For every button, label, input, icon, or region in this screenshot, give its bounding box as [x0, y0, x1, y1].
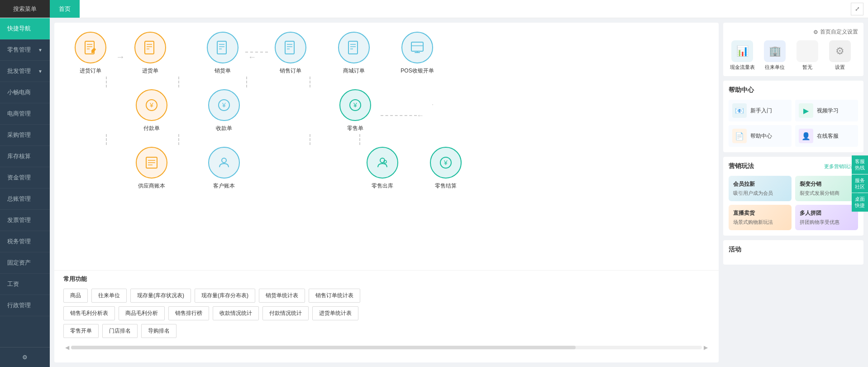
- scroll-left-arrow[interactable]: ◀: [63, 344, 71, 351]
- search-menu-button[interactable]: 搜索菜单: [0, 0, 50, 18]
- sidebar-item-2[interactable]: 批发管理▼: [0, 61, 50, 82]
- sidebar-item-12[interactable]: 工资: [0, 274, 50, 295]
- svg-text:¥: ¥: [353, 101, 357, 109]
- help-center: 帮助中心 📧 新手入门 ▶ 视频学习 📄 帮助中心 👤 在线客服: [723, 81, 863, 152]
- flow-node-xiaohuo[interactable]: 销货单: [200, 32, 245, 75]
- sidebar-item-3[interactable]: 小畅电商: [0, 82, 50, 103]
- flow-node-lingshou-dan[interactable]: ¥ 零售单: [333, 89, 378, 132]
- nav-icon-item[interactable]: 暂无: [794, 40, 821, 71]
- lingshou-jiesuan-icon: ¥: [430, 147, 462, 179]
- flow-node-kehu[interactable]: 客户账本: [201, 147, 247, 190]
- flow-node-shangcheng[interactable]: 商城订单: [331, 32, 377, 75]
- float-button[interactable]: 服务社区: [852, 174, 868, 193]
- svg-rect-22: [415, 52, 420, 53]
- help-item[interactable]: 📧 新手入门: [729, 100, 792, 121]
- sidebar-item-13[interactable]: 行政管理: [0, 295, 50, 316]
- nav-icon-box: 📊: [731, 40, 753, 62]
- tab-home[interactable]: 首页: [50, 0, 80, 18]
- common-function-button[interactable]: 现存量(库存状况表): [130, 289, 191, 303]
- xiaoshou-order-icon: [275, 32, 306, 63]
- fullscreen-button[interactable]: ⤢: [851, 3, 863, 15]
- flow-node-shoukuan[interactable]: ¥ 收款单: [201, 89, 247, 132]
- flow-node-jinhuo-dan[interactable]: 进货单: [128, 32, 173, 75]
- common-function-button[interactable]: 零售开单: [63, 324, 99, 338]
- gear-icon: ⚙: [22, 354, 28, 361]
- marketing-item-title: 裂变分销: [800, 180, 854, 188]
- help-item[interactable]: ▶ 视频学习: [795, 100, 858, 121]
- sidebar-item-label: 小畅电商: [7, 88, 31, 97]
- sidebar-item-label: 总账管理: [7, 195, 31, 203]
- marketing-item[interactable]: 直播卖货 场景式购物新玩法: [729, 205, 792, 230]
- help-item[interactable]: 👤 在线客服: [795, 125, 858, 147]
- sidebar-item-9[interactable]: 发票管理: [0, 210, 50, 231]
- flow-node-fukuan[interactable]: ¥ 付款单: [129, 89, 174, 132]
- flow-node-pos[interactable]: POS收银开单: [395, 32, 440, 75]
- scroll-right-arrow[interactable]: ▶: [702, 344, 710, 351]
- sidebar: 快捷导航零售管理▼批发管理▼小畅电商电商管理采购管理库存核算资金管理总账管理发票…: [0, 18, 50, 367]
- sidebar-item-label: 资金管理: [7, 174, 31, 182]
- activity-title: 活动: [729, 246, 858, 254]
- kehu-label: 客户账本: [213, 182, 235, 190]
- marketing-item-desc: 裂变式发展分销商: [800, 190, 854, 197]
- scrollbar-track[interactable]: [71, 346, 702, 349]
- common-function-button[interactable]: 付款情况统计: [262, 306, 309, 320]
- nav-icon-item[interactable]: ⚙ 设置: [826, 40, 854, 71]
- svg-point-34: [222, 158, 226, 163]
- sidebar-item-4[interactable]: 电商管理: [0, 103, 50, 125]
- common-function-button[interactable]: 销货单统计表: [259, 289, 305, 303]
- marketing-item[interactable]: 裂变分销 裂变式发展分销商: [795, 176, 858, 201]
- marketing-header: 营销玩法 更多营销玩法 >: [729, 162, 858, 170]
- common-function-button[interactable]: 往来单位: [91, 289, 127, 303]
- sidebar-item-6[interactable]: 库存核算: [0, 146, 50, 167]
- sidebar-item-label: 行政管理: [7, 301, 31, 309]
- right-panel: ⚙ 首页自定义设置 📊 现金流量表 🏢 往来单位 暂无 ⚙ 设置 帮助中心 📧 …: [723, 18, 868, 367]
- common-function-button[interactable]: 收款情况统计: [213, 306, 259, 320]
- common-function-button[interactable]: 导购排名: [141, 324, 176, 338]
- sidebar-item-label: 采购管理: [7, 131, 31, 139]
- common-function-button[interactable]: 现存量(库存分布表): [195, 289, 255, 303]
- nav-icon-label: 暂无: [802, 64, 812, 71]
- top-bar-right: ⤢: [851, 3, 868, 15]
- nav-icon-label: 往来单位: [765, 64, 785, 71]
- float-buttons: 客服热线服务社区桌面快捷: [852, 155, 868, 212]
- common-function-button[interactable]: 销售毛利分析表: [63, 306, 115, 320]
- float-button[interactable]: 桌面快捷: [852, 193, 868, 212]
- nav-icon-item[interactable]: 📊 现金流量表: [729, 40, 756, 71]
- flow-node-xiaoshou-order[interactable]: 销售订单: [268, 32, 313, 75]
- marketing-item-desc: 吸引用户成为会员: [733, 190, 787, 197]
- sidebar-item-0[interactable]: 快捷导航: [0, 18, 50, 39]
- svg-rect-8: [217, 41, 226, 54]
- sidebar-item-7[interactable]: 资金管理: [0, 167, 50, 188]
- quick-nav-settings-label: 首页自定义设置: [820, 28, 858, 36]
- common-function-button[interactable]: 商品毛利分析: [119, 306, 165, 320]
- marketing-item[interactable]: 会员拉新 吸引用户成为会员: [729, 176, 792, 201]
- shangcheng-label: 商城订单: [343, 67, 365, 75]
- sidebar-item-label: 库存核算: [7, 152, 31, 160]
- common-function-button[interactable]: 销售排行榜: [168, 306, 209, 320]
- help-item[interactable]: 📄 帮助中心: [729, 125, 792, 147]
- sidebar-item-10[interactable]: 税务管理: [0, 231, 50, 252]
- sidebar-item-5[interactable]: 采购管理: [0, 125, 50, 146]
- sidebar-item-8[interactable]: 总账管理: [0, 188, 50, 210]
- flow-node-jinhuo-order[interactable]: 进货订单: [68, 32, 113, 75]
- sidebar-item-11[interactable]: 固定资产: [0, 252, 50, 274]
- common-function-button[interactable]: 销售订单统计表: [309, 289, 360, 303]
- flow-node-lingshou-chuku[interactable]: 零售出库: [360, 147, 405, 190]
- marketing-item[interactable]: 多人拼团 拼团购物享受优惠: [795, 205, 858, 230]
- float-button[interactable]: 客服热线: [852, 155, 868, 174]
- quick-nav-settings[interactable]: ⚙ 首页自定义设置: [729, 28, 858, 36]
- sidebar-item-label: 批发管理: [7, 67, 31, 75]
- shoukuan-icon: ¥: [208, 89, 240, 121]
- sidebar-item-1[interactable]: 零售管理▼: [0, 39, 50, 61]
- help-item-label: 在线客服: [817, 132, 839, 140]
- lingshou-chuku-label: 零售出库: [372, 182, 393, 190]
- help-item-icon: 👤: [799, 129, 813, 143]
- flow-node-lingshou-jiesuan[interactable]: ¥ 零售结算: [423, 147, 468, 190]
- nav-icon-label: 现金流量表: [730, 64, 755, 71]
- common-function-button[interactable]: 进货单统计表: [312, 306, 358, 320]
- sidebar-settings[interactable]: ⚙: [0, 347, 50, 367]
- common-function-button[interactable]: 门店排名: [102, 324, 138, 338]
- common-function-button[interactable]: 商品: [63, 289, 88, 303]
- flow-node-gongyingshang[interactable]: 供应商账本: [129, 147, 174, 190]
- nav-icon-item[interactable]: 🏢 往来单位: [761, 40, 788, 71]
